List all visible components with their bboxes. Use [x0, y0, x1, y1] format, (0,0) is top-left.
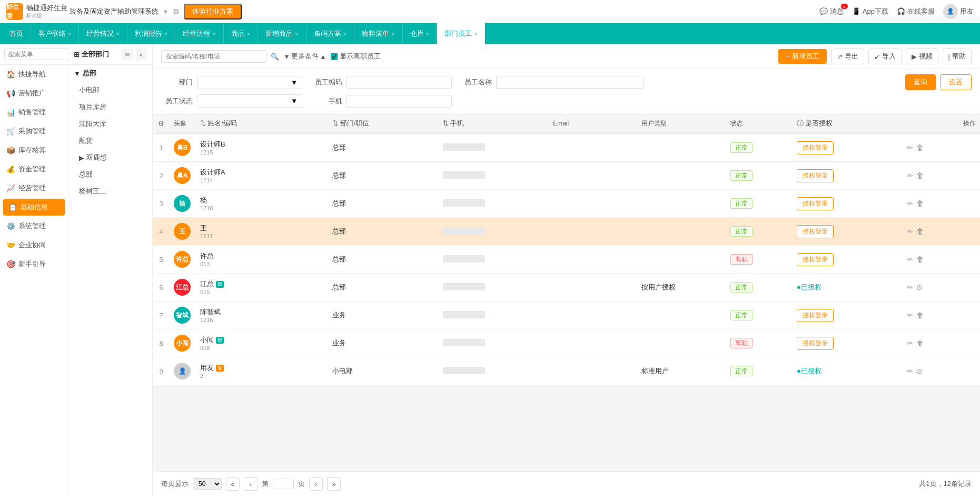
edit-icon[interactable]: ✏ — [907, 311, 913, 319]
close-icon[interactable]: × — [164, 31, 167, 37]
phone-input[interactable] — [347, 95, 452, 108]
edit-icon[interactable]: ✏ — [907, 283, 913, 291]
trial-button[interactable]: 体验行业方案 — [184, 4, 242, 20]
edit-icon[interactable]: ✏ — [907, 255, 913, 264]
edit-icon[interactable]: ✏ — [907, 367, 913, 375]
dept-item-project-store[interactable]: 项目库房 — [68, 99, 152, 115]
authorize-btn[interactable]: 授权登录 — [797, 141, 834, 154]
help-button[interactable]: | 帮助 — [943, 48, 972, 64]
next-page-btn[interactable]: › — [309, 477, 323, 491]
sidebar-item-finance[interactable]: 💰 资金管理 — [0, 160, 68, 179]
sort-icon[interactable]: ⇅ — [200, 119, 206, 127]
authorize-btn[interactable]: 授权登录 — [797, 253, 834, 266]
app-download-button[interactable]: 📱 App下载 — [852, 7, 888, 16]
sys-arrow-icon[interactable]: ▼ — [163, 8, 169, 15]
sidebar-item-inventory[interactable]: 📦 库存核算 — [0, 141, 68, 160]
dept-item-xiaodian[interactable]: 小电部 — [68, 82, 152, 99]
authorize-btn[interactable]: 授权登录 — [797, 197, 834, 210]
edit-icon[interactable]: ✏ — [907, 199, 913, 208]
sidebar-item-guide[interactable]: 🎯 新手引导 — [0, 255, 68, 274]
video-button[interactable]: ▶ 视频 — [906, 48, 938, 64]
sidebar-item-marketing[interactable]: 📢 营销推广 — [0, 84, 68, 103]
tab-new-goods[interactable]: 新增商品 × — [258, 23, 306, 44]
all-departments-label[interactable]: ⊞ 全部部门 — [74, 50, 109, 59]
close-icon[interactable]: × — [426, 31, 429, 37]
settings-icon[interactable]: ⚙ — [173, 7, 180, 16]
tab-goods[interactable]: 商品 × — [224, 23, 258, 44]
authorize-btn[interactable]: 授权登录 — [797, 169, 834, 182]
edit-icon[interactable]: ✏ — [907, 339, 913, 347]
sidebar-item-basic-info[interactable]: 📋 基础信息 — [3, 199, 65, 216]
query-button[interactable]: 查询 — [905, 74, 936, 90]
delete-icon[interactable]: 🗑 — [916, 171, 924, 180]
close-icon[interactable]: × — [68, 31, 71, 37]
close-icon[interactable]: × — [247, 31, 250, 37]
sidebar-item-business[interactable]: 📈 经营管理 — [0, 179, 68, 198]
sidebar-item-system[interactable]: ⚙️ 系统管理 — [0, 217, 68, 236]
delete-icon[interactable]: 🗑 — [916, 227, 924, 236]
dept-collapse-btn[interactable]: « — [135, 48, 147, 60]
dept-item-peihuo[interactable]: 配货 — [68, 132, 152, 149]
close-icon[interactable]: × — [212, 31, 215, 37]
prev-page-btn[interactable]: ‹ — [244, 477, 258, 491]
delete-icon[interactable]: 🗑 — [916, 143, 924, 152]
delete-icon[interactable]: 🗑 — [916, 339, 924, 347]
sidebar-item-purchase[interactable]: 🛒 采购管理 — [0, 122, 68, 141]
user-area[interactable]: 👤 用友 — [943, 4, 974, 19]
close-icon[interactable]: × — [391, 31, 394, 37]
add-employee-button[interactable]: + 新增员工 — [778, 49, 826, 64]
page-size-select[interactable]: 50 20 100 — [193, 478, 222, 490]
delete-icon[interactable]: 🗑 — [916, 199, 924, 208]
dept-item-shuanglu[interactable]: ▶ 双鹿想 — [68, 149, 152, 166]
sort-icon[interactable]: ⇅ — [332, 119, 338, 127]
search-input[interactable] — [4, 48, 68, 60]
close-icon[interactable]: × — [474, 31, 477, 37]
dept-item-zongbu[interactable]: 总部 — [68, 166, 152, 183]
edit-icon[interactable]: ✏ — [907, 143, 913, 152]
close-icon[interactable]: × — [343, 31, 347, 37]
tab-customer[interactable]: 客户联络 × — [31, 23, 79, 44]
more-conditions-btn[interactable]: ▼ 更多条件 ▲ — [283, 52, 326, 61]
tab-bom[interactable]: 物料清单 × — [354, 23, 402, 44]
tab-warehouse[interactable]: 仓库 × — [403, 23, 437, 44]
first-page-btn[interactable]: « — [226, 477, 240, 491]
emp-status-select[interactable]: ▼ — [197, 94, 302, 108]
sidebar-item-sales[interactable]: 📊 销售管理 — [0, 103, 68, 122]
delete-icon[interactable]: 🗑 — [916, 311, 924, 319]
tab-business[interactable]: 经营情况 × — [79, 23, 127, 44]
tab-profit[interactable]: 利润报告 × — [127, 23, 175, 44]
setting-button[interactable]: 设置 — [940, 74, 972, 90]
dept-edit-btn[interactable]: ✏ — [122, 48, 133, 60]
dept-select[interactable]: ▼ — [197, 76, 302, 89]
last-page-btn[interactable]: » — [327, 477, 341, 491]
authorize-btn[interactable]: 授权登录 — [797, 337, 834, 350]
settings-icon[interactable]: ⚙ — [158, 120, 164, 128]
message-button[interactable]: 💬 消息 5 — [819, 7, 844, 16]
delete-icon[interactable]: 🗑 — [916, 255, 924, 264]
sidebar-item-quick[interactable]: 🏠 快捷导航 — [0, 65, 68, 84]
dept-item-shenyang[interactable]: 沈阳大库 — [68, 115, 152, 132]
emp-code-input[interactable] — [347, 76, 452, 89]
tab-home[interactable]: 首页 — [2, 23, 31, 44]
copy-icon[interactable]: ⊙ — [916, 283, 923, 291]
close-icon[interactable]: × — [116, 31, 119, 37]
authorize-btn[interactable]: 授权登录 — [797, 225, 834, 238]
search-execute-icon[interactable]: 🔍 — [271, 53, 279, 61]
page-input[interactable]: 1 — [273, 479, 294, 489]
close-icon[interactable]: × — [295, 31, 298, 37]
authorize-btn[interactable]: 授权登录 — [797, 309, 834, 322]
tab-history[interactable]: 经营历程 × — [175, 23, 223, 44]
tab-barcode[interactable]: 条码方案 × — [306, 23, 354, 44]
resigned-checkbox-input[interactable] — [331, 53, 338, 60]
show-resigned-checkbox[interactable]: 显示离职员工 — [331, 52, 381, 61]
employee-search-input[interactable] — [161, 50, 266, 63]
sidebar-item-cooperation[interactable]: 🤝 企业协同 — [0, 236, 68, 255]
sort-icon[interactable]: ⇅ — [443, 119, 449, 127]
online-service-button[interactable]: 🎧 在线客服 — [897, 7, 935, 16]
dept-item-zongbu-group[interactable]: ▼ 总部 — [68, 65, 152, 82]
dept-item-yang[interactable]: 杨树王二 — [68, 183, 152, 200]
import-button[interactable]: ↙ 导入 — [868, 48, 902, 64]
export-button[interactable]: ↗ 导出 — [831, 48, 864, 64]
emp-name-input[interactable] — [496, 76, 644, 89]
tab-department[interactable]: 部门员工 × — [437, 23, 485, 44]
